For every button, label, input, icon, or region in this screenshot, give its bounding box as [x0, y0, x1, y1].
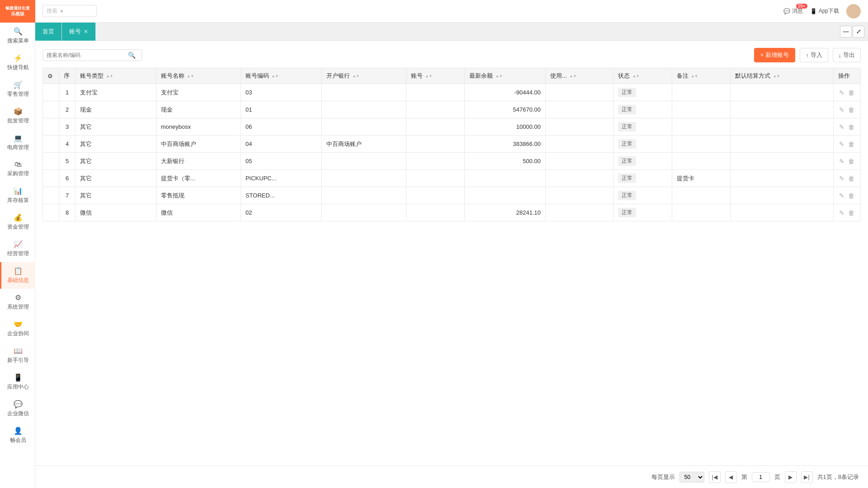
- add-account-button[interactable]: + 新增账号: [754, 48, 795, 62]
- row-balance-cell: 500.00: [465, 153, 546, 170]
- row-type-cell: 其它: [75, 170, 156, 187]
- app-download-button[interactable]: 📱 App下载: [810, 7, 839, 15]
- last-page-button[interactable]: ▶|: [801, 471, 813, 483]
- edit-button[interactable]: ✎: [838, 174, 845, 183]
- sidebar-item-capital-mgmt[interactable]: 💰 资金管理: [0, 209, 35, 235]
- account-search-box[interactable]: 🔍: [42, 49, 142, 61]
- delete-button[interactable]: 🗑: [847, 105, 855, 114]
- avatar[interactable]: [846, 4, 861, 19]
- sidebar-item-label: 系统管理: [7, 303, 29, 311]
- row-status-cell: 正常: [613, 84, 672, 101]
- col-name-label: 账号名称: [161, 72, 184, 79]
- row-balance-cell: 28241.10: [465, 204, 546, 221]
- row-bank-cell: [321, 84, 406, 101]
- export-icon: ↓: [839, 52, 842, 59]
- row-code-cell: 05: [241, 153, 321, 170]
- search-input[interactable]: [47, 52, 128, 58]
- row-action-cell: ✎ 🗑: [834, 153, 861, 170]
- message-badge: 99+: [796, 4, 807, 9]
- row-settings-cell: [43, 118, 59, 136]
- delete-button[interactable]: 🗑: [847, 174, 855, 183]
- col-default-settlement[interactable]: 默认结算方式 ▲▼: [731, 68, 834, 84]
- top-bar-left: 搜索 ▼: [42, 5, 97, 17]
- row-type-cell: 现金: [75, 101, 156, 118]
- edit-button[interactable]: ✎: [838, 140, 845, 149]
- tab-account-close[interactable]: ✕: [84, 28, 88, 35]
- row-type-cell: 其它: [75, 136, 156, 153]
- table-row: 1 支付宝 支付宝 03 -90444.00 正常 ✎ 🗑: [43, 84, 861, 101]
- row-bank-cell: [321, 153, 406, 170]
- enterprise-wechat-icon: 💬: [14, 400, 23, 408]
- sidebar-item-ecommerce-mgmt[interactable]: 💻 电商管理: [0, 129, 35, 156]
- tab-maximize-button[interactable]: ⤢: [853, 26, 864, 38]
- pagination-bar: 每页显示 50 100 |◀ ◀ 第 页 ▶ ▶| 共1页，8条记录: [35, 465, 868, 488]
- col-status[interactable]: 状态 ▲▼: [613, 68, 672, 84]
- delete-button[interactable]: 🗑: [847, 140, 855, 149]
- sidebar-item-enterprise-wechat[interactable]: 💬 企业微信: [0, 395, 35, 422]
- sidebar-item-enterprise-agreement[interactable]: 🤝 企业协同: [0, 315, 35, 342]
- first-page-button[interactable]: |◀: [709, 471, 721, 483]
- col-type-label: 账号类型: [80, 72, 104, 79]
- message-button[interactable]: 💬 消息 99+: [783, 7, 803, 15]
- col-usage[interactable]: 使用... ▲▼: [546, 68, 613, 84]
- col-account-no[interactable]: 账号 ▲▼: [406, 68, 465, 84]
- per-page-label: 每页显示: [651, 473, 675, 481]
- edit-button[interactable]: ✎: [838, 191, 845, 200]
- row-num-cell: 2: [59, 101, 75, 118]
- sidebar-item-basic-info[interactable]: 📋 基础信息: [0, 262, 35, 289]
- col-settings[interactable]: ⚙: [43, 68, 59, 84]
- col-code[interactable]: 账号编码 ▲▼: [241, 68, 321, 84]
- export-button[interactable]: ↓ 导出: [833, 48, 861, 62]
- sidebar-item-search-menu[interactable]: 🔍 搜索菜单: [0, 23, 35, 49]
- sidebar-item-purchase-mgmt[interactable]: 🛍 采购管理: [0, 156, 35, 182]
- sidebar-item-app-center[interactable]: 📱 应用中心: [0, 369, 35, 395]
- row-note-cell: 提货卡: [672, 170, 731, 187]
- delete-button[interactable]: 🗑: [847, 88, 855, 97]
- sidebar-item-operations-mgmt[interactable]: 📈 经营管理: [0, 235, 35, 262]
- sidebar-item-member[interactable]: 👤 畅会员: [0, 422, 35, 449]
- row-balance-cell: -90444.00: [465, 84, 546, 101]
- row-code-cell: 01: [241, 101, 321, 118]
- delete-button[interactable]: 🗑: [847, 122, 855, 131]
- tab-home[interactable]: 首页: [35, 23, 62, 41]
- sidebar-item-inventory[interactable]: 📊 库存核算: [0, 182, 35, 209]
- prev-page-button[interactable]: ◀: [725, 471, 737, 483]
- row-note-cell: [672, 118, 731, 136]
- quick-nav-icon: ⚡: [14, 54, 23, 62]
- row-status-cell: 正常: [613, 204, 672, 221]
- top-search-box[interactable]: 搜索 ▼: [42, 5, 97, 17]
- edit-button[interactable]: ✎: [838, 208, 845, 217]
- col-type[interactable]: 账号类型 ▲▼: [75, 68, 156, 84]
- sort-type-icon: ▲▼: [106, 74, 113, 78]
- edit-button[interactable]: ✎: [838, 105, 845, 114]
- delete-button[interactable]: 🗑: [847, 208, 855, 217]
- row-note-cell: [672, 84, 731, 101]
- delete-button[interactable]: 🗑: [847, 157, 855, 166]
- edit-button[interactable]: ✎: [838, 88, 845, 97]
- sidebar-item-label: 企业微信: [7, 410, 29, 418]
- col-balance[interactable]: 最新余额 ▲▼: [465, 68, 546, 84]
- sidebar-item-quick-nav[interactable]: ⚡ 快捷导航: [0, 49, 35, 76]
- sidebar-item-system-mgmt[interactable]: ⚙ 系统管理: [0, 289, 35, 315]
- col-note[interactable]: 备注 ▲▼: [672, 68, 731, 84]
- tab-account[interactable]: 账号 ✕: [62, 23, 96, 41]
- row-settings-cell: [43, 204, 59, 221]
- edit-button[interactable]: ✎: [838, 157, 845, 166]
- sidebar-item-retail-mgmt[interactable]: 🛒 零售管理: [0, 76, 35, 103]
- ecommerce-icon: 💻: [14, 134, 23, 142]
- per-page-select[interactable]: 50 100: [679, 472, 704, 483]
- inventory-icon: 📊: [14, 187, 23, 195]
- sort-code-icon: ▲▼: [272, 74, 279, 78]
- edit-button[interactable]: ✎: [838, 122, 845, 131]
- next-page-button[interactable]: ▶: [785, 471, 797, 483]
- col-name[interactable]: 账号名称 ▲▼: [156, 68, 241, 84]
- import-button[interactable]: ↑ 导入: [800, 48, 828, 62]
- tab-minimize-button[interactable]: —: [840, 26, 852, 38]
- sidebar-item-new-guide[interactable]: 📖 新手引导: [0, 342, 35, 369]
- page-input[interactable]: [752, 472, 770, 482]
- sidebar-item-label: 库存核算: [7, 197, 29, 204]
- col-bank[interactable]: 开户银行 ▲▼: [321, 68, 406, 84]
- enterprise-agreement-icon: 🤝: [14, 320, 23, 328]
- delete-button[interactable]: 🗑: [847, 191, 855, 200]
- sidebar-item-wholesale-mgmt[interactable]: 📦 批发管理: [0, 103, 35, 129]
